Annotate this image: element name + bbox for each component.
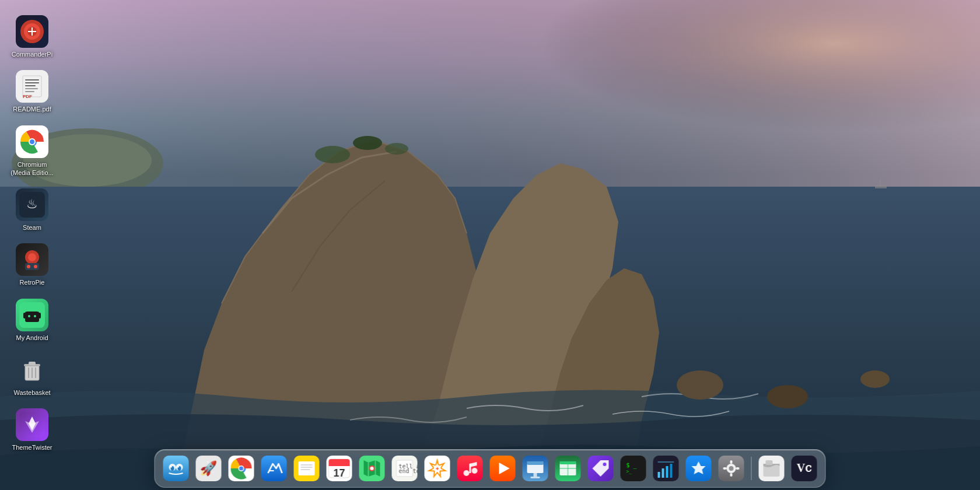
svg-point-54: [177, 466, 179, 468]
svg-rect-39: [23, 313, 26, 318]
svg-rect-22: [25, 91, 34, 92]
dock-terminal-icon: $ _>_: [618, 453, 649, 484]
desktop-icon-retropie[interactable]: RetroPie: [6, 240, 58, 290]
svg-point-10: [353, 136, 382, 150]
desktop-icon-chromium[interactable]: Chromium(Media Editio...: [6, 122, 58, 181]
dock-item-photos[interactable]: ✦: [422, 453, 453, 484]
dock-item-pricetag[interactable]: [586, 453, 616, 484]
svg-rect-100: [621, 456, 646, 481]
dock-script-icon: tell append tell: [390, 453, 420, 484]
dock-item-music[interactable]: [455, 453, 485, 484]
svg-point-6: [677, 370, 723, 400]
svg-rect-108: [658, 461, 674, 463]
svg-text:$ _: $ _: [626, 462, 638, 469]
commanderpi-label: CommanderPi: [12, 50, 52, 58]
svg-rect-12: [875, 186, 887, 188]
dock-item-calendar[interactable]: 17: [324, 453, 355, 484]
svg-rect-63: [299, 461, 315, 475]
dock-notes-icon: [292, 453, 322, 484]
dock-istatmenus-icon: [651, 453, 681, 484]
dock-files-icon: [757, 453, 787, 484]
svg-rect-13: [880, 180, 881, 186]
dock-item-appstore[interactable]: [684, 453, 714, 484]
svg-rect-18: [25, 79, 39, 80]
steam-label: Steam: [23, 223, 41, 232]
dock-pricetag-icon: [586, 453, 616, 484]
dock-separator: [751, 457, 752, 480]
readme-label: README.pdf: [13, 105, 51, 113]
dock-item-numbers[interactable]: [553, 453, 583, 484]
svg-rect-115: [723, 467, 727, 470]
myandroid-icon: [16, 299, 48, 331]
svg-rect-61: [261, 456, 287, 481]
svg-point-8: [860, 370, 890, 388]
dock-music-icon: [455, 453, 485, 484]
dock-item-istatmenus[interactable]: [651, 453, 681, 484]
svg-point-112: [729, 466, 734, 471]
svg-text:PDF: PDF: [23, 94, 32, 99]
svg-point-37: [28, 315, 30, 317]
desktop-icon-myandroid[interactable]: My Android: [6, 295, 58, 345]
svg-point-11: [385, 143, 408, 155]
dock-wrapper: 🚀17tell append tell✦$ _>_Vⅽ: [155, 449, 826, 488]
dock-item-finder[interactable]: [161, 453, 191, 484]
desktop-icons-container: CommanderPiPDFREADME.pdfChromium(Media E…: [6, 12, 58, 456]
svg-rect-119: [766, 460, 773, 465]
svg-rect-116: [736, 467, 740, 470]
dock-item-chrome[interactable]: [226, 453, 257, 484]
commanderpi-icon: [16, 15, 48, 48]
dock-item-notes[interactable]: [292, 453, 322, 484]
dock-chrome-icon: [226, 453, 257, 484]
svg-rect-48: [163, 456, 189, 481]
svg-rect-91: [534, 473, 537, 477]
chromium-icon: [16, 125, 48, 158]
dock-item-keynote[interactable]: [520, 453, 551, 484]
dock-numbers-icon: [553, 453, 583, 484]
dock-keynote-icon: [520, 453, 551, 484]
desktop-icon-commanderpi[interactable]: CommanderPi: [6, 12, 58, 62]
desktop-icon-steam[interactable]: ♨Steam: [6, 185, 58, 235]
svg-rect-70: [329, 464, 350, 466]
svg-point-53: [170, 466, 172, 468]
svg-rect-90: [527, 461, 544, 465]
svg-point-99: [603, 463, 607, 466]
steam-icon: ♨: [16, 188, 48, 221]
themetwister-icon: [16, 408, 48, 441]
dock-item-terminal[interactable]: $ _>_: [618, 453, 649, 484]
svg-text:>_: >_: [626, 469, 632, 474]
svg-rect-20: [25, 85, 36, 86]
svg-rect-36: [25, 312, 39, 322]
dock-item-xcode[interactable]: [259, 453, 289, 484]
dock-item-maps[interactable]: [357, 453, 387, 484]
svg-text:end tell: end tell: [399, 468, 418, 474]
svg-point-33: [27, 265, 30, 268]
wastebasket-icon: [16, 354, 48, 386]
dock-photos-icon: ✦: [422, 453, 453, 484]
desktop-icon-wastebasket[interactable]: Wastebasket: [6, 350, 58, 400]
svg-rect-107: [670, 464, 673, 478]
desktop-icon-readme[interactable]: PDFREADME.pdf: [6, 66, 58, 117]
svg-rect-43: [29, 362, 36, 365]
desktop-icon-themetwister[interactable]: ThemeTwister: [6, 405, 58, 455]
dock-item-infuse[interactable]: [488, 453, 518, 484]
dock-item-veeer[interactable]: Vⅽ: [789, 453, 820, 484]
dock-appstore-icon: [684, 453, 714, 484]
svg-point-83: [464, 470, 470, 476]
dock-item-sysprefs[interactable]: [716, 453, 747, 484]
dock-calendar-icon: 17: [324, 453, 355, 484]
svg-point-27: [30, 139, 34, 144]
dock-veeer-icon: Vⅽ: [789, 453, 820, 484]
svg-point-7: [767, 385, 808, 408]
dock-item-files[interactable]: [757, 453, 787, 484]
svg-rect-104: [658, 472, 660, 478]
svg-point-74: [370, 467, 374, 470]
svg-rect-105: [662, 468, 664, 478]
myandroid-label: My Android: [16, 334, 48, 342]
dock-item-launchpad[interactable]: 🚀: [194, 453, 224, 484]
svg-point-38: [34, 315, 36, 317]
svg-rect-21: [25, 88, 38, 89]
svg-point-34: [34, 265, 37, 268]
readme-icon: PDF: [16, 70, 48, 103]
svg-text:17: 17: [333, 467, 345, 479]
dock-item-script[interactable]: tell append tell: [390, 453, 420, 484]
